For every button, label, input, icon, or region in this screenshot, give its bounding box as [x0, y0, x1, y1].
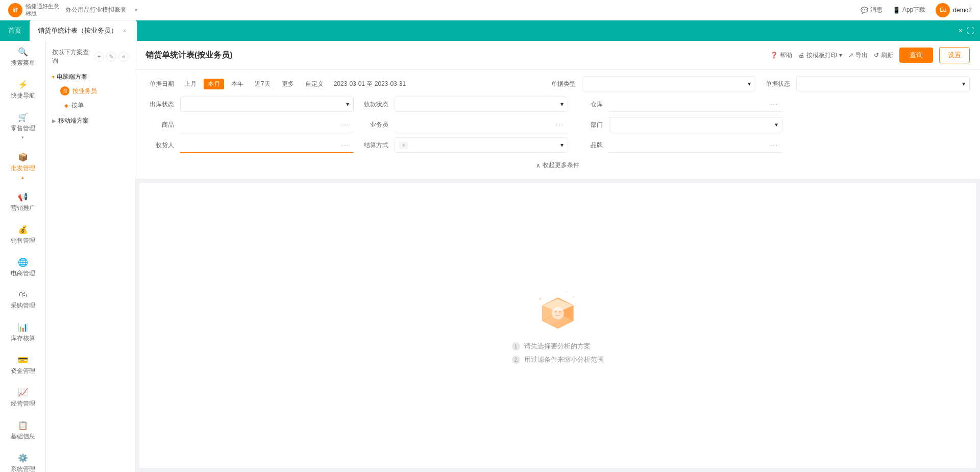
department-dropdown-icon: ▾	[775, 121, 778, 128]
doc-type-select[interactable]: ▾	[582, 76, 755, 91]
help-icon: ❓	[770, 52, 778, 59]
collapse-button[interactable]: ∧ 收起更多条件	[536, 161, 579, 170]
sidebar-item-purchase[interactable]: 🛍 采购管理	[0, 284, 45, 316]
sidebar-item-system[interactable]: ⚙️ 系统管理	[0, 447, 45, 472]
nav-icon: ⚡	[18, 80, 28, 89]
sidebar-item-finance[interactable]: 💳 资金管理	[0, 349, 45, 382]
receiver-dots[interactable]: ···	[341, 141, 350, 149]
sidebar-item-operations[interactable]: 📈 经营管理	[0, 382, 45, 414]
sidebar-item-inventory[interactable]: 📊 库存核算	[0, 316, 45, 349]
desktop-scheme-section: ▾ 电脑端方案 员 按业务员 ◆ 按单	[46, 68, 135, 114]
more-date-btn[interactable]: 更多	[278, 79, 298, 89]
logo-text: 畅捷通好生意 标版	[26, 3, 59, 16]
date-range: 2023-03-01 至 2023-03-31	[334, 80, 406, 88]
receiver-input[interactable]: ···	[180, 137, 354, 153]
refresh-button[interactable]: ↺ 刷新	[874, 51, 893, 60]
close-window-icon[interactable]: ×	[959, 27, 963, 35]
brand-input[interactable]: ···	[609, 137, 782, 153]
print-icon: 🖨	[798, 52, 804, 59]
scheme-icons: + ✎ «	[94, 52, 129, 62]
warehouse-dots[interactable]: ···	[770, 101, 778, 108]
finance-icon: 💳	[18, 355, 28, 365]
breadcrumb-dropdown-icon[interactable]: ▾	[135, 7, 137, 13]
desktop-scheme-group[interactable]: ▾ 电脑端方案	[46, 70, 135, 83]
filter-row-1: 单据日期 上月 本月 本年 近7天 更多 自定义 2023-03-01 至 20…	[145, 76, 970, 91]
doc-type-dropdown-icon: ▾	[748, 80, 751, 87]
collapse-up-icon: ∧	[536, 162, 541, 169]
filter-row-4: 收货人 ··· 结算方式 × ▾ 品牌	[145, 137, 970, 153]
sidebar-item-wholesale[interactable]: 📦 批发管理 ▴	[0, 146, 45, 186]
svg-point-4	[552, 307, 564, 319]
username: demo2	[953, 7, 972, 14]
query-button[interactable]: 查询	[899, 48, 933, 63]
marketing-icon: 📢	[18, 192, 28, 202]
tab-home[interactable]: 首页	[0, 20, 30, 41]
doc-status-dropdown-icon: ▾	[962, 80, 965, 87]
page-header: 销货单统计表(按业务员) ❓ 帮助 🖨 按模板打印 ▾ ↗ 导出	[135, 41, 980, 70]
goods-dots[interactable]: ···	[341, 121, 350, 128]
receiver-label: 收货人	[145, 141, 174, 150]
brand-dots[interactable]: ···	[770, 141, 778, 149]
avatar: Ea	[936, 3, 950, 17]
doc-type-label: 单据类型	[547, 80, 576, 88]
department-select[interactable]: ▾	[609, 117, 782, 132]
page-actions: ❓ 帮助 🖨 按模板打印 ▾ ↗ 导出 ↺ 刷新	[770, 47, 970, 63]
export-button[interactable]: ↗ 导出	[848, 51, 868, 60]
scheme-collapse-button[interactable]: «	[118, 52, 129, 62]
tab-bar: 首页 销货单统计表（按业务员） × × ⛶	[0, 20, 980, 41]
sidebar-item-sales[interactable]: 💰 销售管理	[0, 219, 45, 251]
scheme-add-button[interactable]: +	[94, 52, 104, 62]
sidebar: 🔍 搜索菜单 ⚡ 快捷导航 🛒 零售管理 ▾ 📦 批发管理 ▴ 📢 营销推广 💰…	[0, 41, 46, 472]
payment-status-label: 收款状态	[360, 100, 388, 109]
settlement-tag-close[interactable]: ×	[402, 143, 405, 148]
brand-label: 品牌	[574, 141, 603, 150]
this-month-btn[interactable]: 本月	[204, 79, 224, 89]
print-button[interactable]: 🖨 按模板打印 ▾	[798, 51, 842, 60]
settlement-tag: ×	[399, 141, 408, 149]
settlement-dropdown-icon: ▾	[560, 141, 564, 149]
help-button[interactable]: ❓ 帮助	[770, 51, 792, 60]
goods-input[interactable]: ···	[180, 117, 354, 132]
mobile-scheme-group[interactable]: ▶ 移动端方案	[46, 114, 135, 127]
last7-btn[interactable]: 近7天	[251, 79, 275, 89]
collapse-row: ∧ 收起更多条件	[145, 158, 970, 173]
scheme-item-icon: 员	[60, 86, 69, 96]
top-right: 💬 消息 📱 App下载 Ea demo2	[861, 3, 972, 17]
empty-tip-2: 2 用过滤条件来缩小分析范围	[512, 355, 604, 364]
doc-status-select[interactable]: ▾	[796, 76, 970, 91]
sales-icon: 💰	[18, 225, 28, 234]
ecommerce-icon: 🌐	[18, 257, 28, 267]
message-button[interactable]: 💬 消息	[861, 6, 883, 14]
last-month-btn[interactable]: 上月	[180, 79, 201, 89]
sidebar-item-quick-nav[interactable]: ⚡ 快捷导航	[0, 74, 45, 106]
app-download-button[interactable]: 📱 App下载	[893, 6, 925, 14]
retail-icon: 🛒	[18, 112, 28, 122]
maximize-icon[interactable]: ⛶	[967, 27, 974, 35]
sidebar-item-search[interactable]: 🔍 搜索菜单	[0, 41, 45, 74]
tab-active[interactable]: 销货单统计表（按业务员） ×	[30, 20, 137, 41]
sidebar-item-marketing[interactable]: 📢 营销推广	[0, 186, 45, 219]
this-year-btn[interactable]: 本年	[227, 79, 248, 89]
sidebar-item-basic[interactable]: 📋 基础信息	[0, 414, 45, 447]
payment-status-select[interactable]: ▾	[395, 97, 568, 112]
logo-area: 好 畅捷通好生意 标版	[8, 3, 59, 17]
salesperson-dots[interactable]: ···	[556, 121, 564, 128]
settings-button[interactable]: 设置	[939, 47, 970, 63]
scheme-edit-button[interactable]: ✎	[106, 52, 116, 62]
custom-btn[interactable]: 自定义	[301, 79, 328, 89]
settlement-select[interactable]: × ▾	[395, 137, 568, 153]
scheme-item-salesperson[interactable]: 员 按业务员	[46, 83, 135, 99]
warehouse-input[interactable]: ···	[609, 97, 782, 112]
tab-close-button[interactable]: ×	[120, 27, 129, 35]
sidebar-item-retail[interactable]: 🛒 零售管理 ▾	[0, 106, 45, 146]
top-left: 好 畅捷通好生意 标版 办公用品行业模拟账套 ▾	[8, 3, 137, 17]
settlement-label: 结算方式	[360, 141, 388, 150]
print-dropdown-icon: ▾	[839, 52, 842, 59]
out-status-select[interactable]: ▾	[180, 97, 354, 112]
chevron-down-icon: ▾	[52, 74, 55, 80]
sidebar-item-ecommerce[interactable]: 🌐 电商管理	[0, 251, 45, 284]
scheme-sub-item-order[interactable]: ◆ 按单	[46, 99, 135, 112]
scheme-panel: 按以下方案查询 + ✎ « ▾ 电脑端方案 员 按业务员	[46, 41, 135, 472]
salesperson-input[interactable]: ···	[395, 117, 568, 132]
user-area[interactable]: Ea demo2	[936, 3, 972, 17]
